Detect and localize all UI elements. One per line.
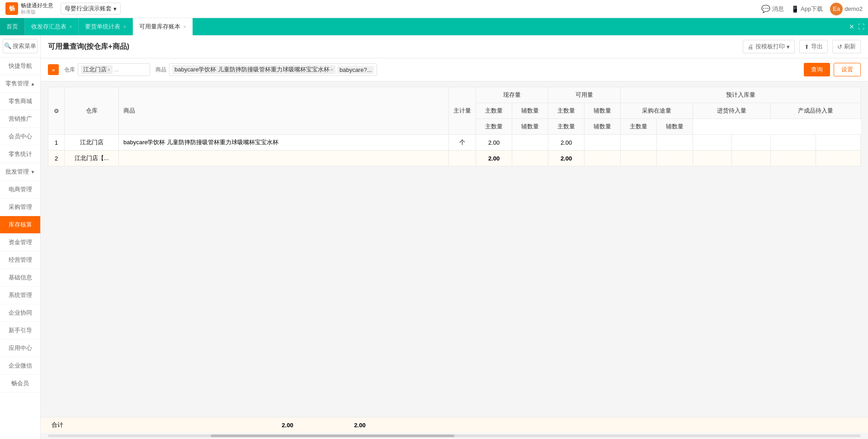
settings-header[interactable]: ⚙ bbox=[48, 87, 65, 135]
sidebar-item-marketing[interactable]: 营销推广 bbox=[0, 110, 40, 128]
setting-button[interactable]: 设置 bbox=[834, 63, 861, 76]
warehouse-tag-remove-icon[interactable]: × bbox=[108, 67, 110, 72]
sidebar-item-basic-info[interactable]: 基础信息 bbox=[0, 269, 40, 287]
search-menu-label: 搜索菜单 bbox=[13, 42, 36, 49]
sidebar-item-system[interactable]: 系统管理 bbox=[0, 287, 40, 304]
export-button[interactable]: ⬆ 导出 bbox=[799, 40, 828, 53]
sidebar-item-purchase[interactable]: 采购管理 bbox=[0, 198, 40, 216]
app-download-button[interactable]: 📱 App下载 bbox=[791, 5, 823, 13]
finished-aux-header: 辅数量 bbox=[657, 119, 693, 135]
row1-finished-aux bbox=[816, 135, 860, 151]
warehouse-ellipsis[interactable]: ... bbox=[114, 66, 119, 73]
available-stock-close-icon[interactable]: × bbox=[183, 24, 186, 29]
refresh-icon: ↺ bbox=[837, 43, 842, 50]
sidebar-item-enterprise-wechat[interactable]: 企业微信 bbox=[0, 357, 40, 375]
available-aux-header: 辅数量 bbox=[585, 103, 621, 119]
tab-available-stock[interactable]: 可用量库存账本 × bbox=[133, 18, 193, 35]
order-stats-close-icon[interactable]: × bbox=[123, 24, 126, 29]
row1-purchase-aux bbox=[657, 135, 693, 151]
purchase-main-header: 主数量 bbox=[476, 119, 512, 135]
industry-label: 母婴行业演示账套 bbox=[65, 5, 112, 13]
row2-finished-aux bbox=[816, 151, 860, 166]
print-arrow-icon: ▾ bbox=[787, 43, 790, 50]
product-tag-2-text: babycare?... bbox=[340, 66, 372, 73]
sidebar-item-wholesale[interactable]: 批发管理 ▼ bbox=[0, 163, 40, 181]
row1-goods-main bbox=[693, 135, 732, 151]
sidebar-item-inventory[interactable]: 库存核算 bbox=[0, 216, 40, 234]
download-label: App下载 bbox=[801, 5, 823, 13]
logo-icon: 畅 bbox=[5, 2, 18, 15]
product-filter-group: 商品 babycare学饮杯 儿童防摔防撞吸管杯重力球吸嘴杯宝宝水杯 × bab… bbox=[156, 63, 377, 76]
purchase-in-transit-sub-header: 采购在途量 bbox=[621, 103, 693, 119]
product-tag-1-remove-icon[interactable]: × bbox=[330, 67, 333, 72]
vip-member-label: 畅会员 bbox=[11, 380, 29, 387]
search-menu-button[interactable]: 🔍 搜索菜单 bbox=[3, 39, 38, 53]
logo-main-text: 畅捷通好生意 bbox=[21, 2, 53, 9]
row2-current-main: 2.00 bbox=[476, 151, 512, 166]
total-row: 合计 2.00 2.00 bbox=[48, 421, 861, 429]
order-stats-tab-label: 要货单统计表 bbox=[85, 23, 120, 31]
sidebar: 🔍 搜索菜单 快捷导航 零售管理 ▲ 零售商城 营销推广 会员中心 零售统计 批… bbox=[0, 35, 41, 439]
filter-expand-button[interactable]: » bbox=[48, 64, 59, 75]
row1-unit: 个 bbox=[449, 135, 476, 151]
scroll-thumb[interactable] bbox=[211, 434, 454, 437]
row2-warehouse: 江北门店【... bbox=[65, 151, 119, 166]
finance-label: 资金管理 bbox=[9, 239, 32, 245]
system-label: 系统管理 bbox=[9, 292, 32, 298]
row1-available-aux bbox=[585, 135, 621, 151]
sidebar-item-retail-stats[interactable]: 零售统计 bbox=[0, 146, 40, 163]
product-filter-tags[interactable]: babycare学饮杯 儿童防摔防撞吸管杯重力球吸嘴杯宝宝水杯 × babyca… bbox=[169, 63, 377, 76]
page-title: 可用量查询(按仓库+商品) bbox=[48, 42, 129, 52]
chat-button[interactable]: 💬 消息 bbox=[761, 5, 784, 13]
sidebar-item-operations[interactable]: 经营管理 bbox=[0, 251, 40, 269]
tab-home[interactable]: 首页 bbox=[0, 18, 25, 35]
sidebar-item-newbie[interactable]: 新手引导 bbox=[0, 322, 40, 340]
print-label: 按模板打印 bbox=[755, 42, 785, 51]
chat-icon: 💬 bbox=[761, 5, 770, 13]
row1-current-main: 2.00 bbox=[476, 135, 512, 151]
unit-header: 主计量 bbox=[449, 87, 476, 135]
svg-text:畅: 畅 bbox=[9, 5, 15, 12]
table-footer: 合计 2.00 2.00 bbox=[41, 417, 868, 433]
horizontal-scrollbar[interactable] bbox=[41, 433, 868, 439]
tab-income-expense[interactable]: 收发存汇总表 × bbox=[25, 18, 79, 35]
chevron-down-icon: ▾ bbox=[113, 5, 117, 12]
enterprise-label: 企业协同 bbox=[9, 309, 32, 316]
refresh-button[interactable]: ↺ 刷新 bbox=[832, 40, 861, 53]
user-menu[interactable]: Ea demo2 bbox=[830, 3, 863, 15]
row1-available-main: 2.00 bbox=[548, 135, 585, 151]
sidebar-item-vip-member[interactable]: 畅会员 bbox=[0, 375, 40, 392]
purchase-label: 采购管理 bbox=[9, 203, 32, 210]
sidebar-item-ecommerce[interactable]: 电商管理 bbox=[0, 181, 40, 198]
avatar: Ea bbox=[830, 3, 843, 15]
print-button[interactable]: 🖨 按模板打印 ▾ bbox=[743, 40, 795, 53]
tab-order-stats[interactable]: 要货单统计表 × bbox=[79, 18, 132, 35]
close-all-tabs-icon[interactable]: ✕ bbox=[849, 23, 854, 30]
row1-goods-aux bbox=[732, 135, 771, 151]
industry-selector[interactable]: 母婴行业演示账套 ▾ bbox=[61, 3, 121, 14]
sidebar-item-zero-sales[interactable]: 零售管理 ▲ bbox=[0, 75, 40, 93]
sidebar-item-enterprise[interactable]: 企业协同 bbox=[0, 304, 40, 322]
nav-tabs: 首页 收发存汇总表 × 要货单统计表 × 可用量库存账本 × ✕ ⛶ bbox=[0, 18, 868, 35]
sidebar-item-online-store[interactable]: 零售商城 bbox=[0, 93, 40, 110]
fullscreen-icon[interactable]: ⛶ bbox=[858, 23, 864, 30]
row2-unit bbox=[449, 151, 476, 166]
sidebar-item-member[interactable]: 会员中心 bbox=[0, 128, 40, 146]
income-expense-close-icon[interactable]: × bbox=[69, 24, 72, 29]
row1-purchase-main bbox=[621, 135, 657, 151]
sidebar-item-quick-nav[interactable]: 快捷导航 bbox=[0, 57, 40, 75]
data-table: ⚙ 仓库 商品 主计量 现存量 可用量 预计入库量 主数量 辅数量 主数量 辅数… bbox=[48, 87, 861, 166]
logo-area: 畅 畅捷通好生意 标准版 bbox=[5, 2, 53, 15]
sidebar-item-finance[interactable]: 资金管理 bbox=[0, 234, 40, 251]
expand-icon: » bbox=[52, 66, 55, 73]
query-button[interactable]: 查询 bbox=[804, 63, 830, 76]
row2-goods-aux bbox=[732, 151, 771, 166]
filter-bar: » 仓库 江北门店 × ... 商品 babycare学饮杯 儿童防摔防撞吸管杯… bbox=[41, 58, 868, 81]
row1-finished-main bbox=[771, 135, 816, 151]
finished-waiting-sub-header: 产成品待入量 bbox=[771, 103, 861, 119]
row1-current-aux bbox=[512, 135, 548, 151]
warehouse-filter-tags[interactable]: 江北门店 × ... bbox=[78, 63, 150, 76]
username-label: demo2 bbox=[844, 5, 863, 12]
sidebar-item-app-center[interactable]: 应用中心 bbox=[0, 340, 40, 357]
zero-sales-label: 零售管理 bbox=[5, 80, 29, 88]
